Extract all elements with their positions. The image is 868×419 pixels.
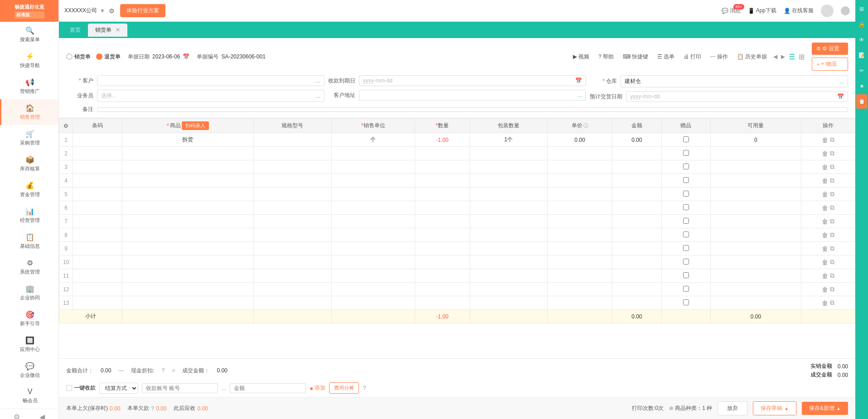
row-delete-icon-10[interactable]: 🗑: [822, 259, 828, 266]
arrears-info-icon[interactable]: ?: [151, 405, 154, 412]
row-spec-13[interactable]: [253, 296, 331, 310]
row-unit-price-2[interactable]: [548, 147, 612, 160]
row-spec-1[interactable]: [253, 133, 331, 147]
row-gift-checkbox-3[interactable]: [683, 164, 689, 169]
row-copy-icon-7[interactable]: ⧉: [830, 217, 834, 225]
online-service-btn[interactable]: 👤 在线客服: [784, 7, 814, 14]
warehouse-input[interactable]: 建材仓 ...: [621, 75, 848, 87]
add-btn[interactable]: ● 添加: [310, 384, 325, 392]
row-amount-4[interactable]: [612, 174, 661, 188]
sidebar-item-appstore[interactable]: 🔲应用中心: [0, 332, 58, 357]
row-copy-icon-1[interactable]: ⧉: [830, 136, 834, 144]
split-help-icon[interactable]: ?: [363, 385, 366, 391]
row-delete-icon-5[interactable]: 🗑: [822, 191, 828, 198]
row-unit-price-1[interactable]: 0.00: [548, 133, 612, 147]
row-gift-4[interactable]: [661, 174, 710, 188]
help-btn[interactable]: ? 帮助: [596, 52, 616, 62]
discount-info-icon[interactable]: ?: [162, 367, 165, 374]
row-unit-3[interactable]: [331, 160, 415, 174]
date-value[interactable]: 2023-06-06: [152, 53, 180, 60]
row-pack-qty-11[interactable]: [470, 269, 548, 283]
row-gift-checkbox-7[interactable]: [683, 218, 689, 224]
row-barcode-10[interactable]: [73, 255, 122, 269]
row-gift-8[interactable]: [661, 228, 710, 242]
right-panel-lock-btn[interactable]: 🔒: [856, 17, 867, 32]
number-value[interactable]: SA-20230606-001: [221, 53, 265, 60]
customer-input[interactable]: ...: [97, 75, 325, 86]
row-pack-qty-9[interactable]: [470, 242, 548, 255]
row-unit-2[interactable]: [331, 147, 415, 160]
row-unit-10[interactable]: [331, 255, 415, 269]
right-panel-note-btn[interactable]: 📝: [856, 48, 867, 63]
row-spec-11[interactable]: [253, 269, 331, 283]
right-panel-star-btn[interactable]: ★: [856, 79, 867, 93]
row-spec-9[interactable]: [253, 242, 331, 255]
row-goods-3[interactable]: [122, 160, 253, 174]
message-btn[interactable]: 💬 消息 99+: [722, 7, 741, 14]
salesperson-input[interactable]: 选择... ...: [97, 90, 325, 102]
row-gift-6[interactable]: [661, 201, 710, 215]
row-amount-9[interactable]: [612, 242, 661, 255]
account-input[interactable]: [142, 383, 218, 393]
row-gift-9[interactable]: [661, 242, 710, 255]
row-delete-icon-12[interactable]: 🗑: [822, 286, 828, 293]
right-panel-pen-btn[interactable]: ✏: [856, 63, 867, 78]
row-copy-icon-11[interactable]: ⧉: [830, 272, 834, 279]
customer-addr-input[interactable]: ...: [359, 90, 587, 101]
row-copy-icon-8[interactable]: ⧉: [830, 231, 834, 239]
prev-btn[interactable]: ◀: [773, 53, 777, 60]
row-unit-price-12[interactable]: [548, 283, 612, 296]
scan-btn[interactable]: 扫码录入: [182, 121, 209, 130]
row-delete-icon-11[interactable]: 🗑: [822, 272, 828, 279]
row-copy-icon-9[interactable]: ⧉: [830, 245, 834, 252]
row-copy-icon-12[interactable]: ⧉: [830, 285, 834, 293]
row-barcode-5[interactable]: [73, 188, 122, 201]
sidebar-item-enterprise[interactable]: 🏢企业协同: [0, 280, 58, 306]
row-delete-icon-2[interactable]: 🗑: [822, 150, 828, 157]
row-qty-5[interactable]: [415, 188, 470, 201]
row-gift-5[interactable]: [661, 188, 710, 201]
row-delete-icon-7[interactable]: 🗑: [822, 218, 828, 225]
topbar-gear-icon[interactable]: ⚙: [109, 7, 115, 14]
next-btn[interactable]: ▶: [781, 53, 785, 60]
row-qty-2[interactable]: [415, 147, 470, 160]
video-btn[interactable]: ▶ 视频: [570, 52, 592, 62]
tab-sales-order[interactable]: 销货单 ✕: [88, 24, 127, 37]
row-pack-qty-13[interactable]: [470, 296, 548, 310]
row-pack-qty-4[interactable]: [470, 174, 548, 188]
operate-btn[interactable]: ⋯ 操作: [708, 52, 731, 62]
sidebar-item-system[interactable]: ⚙系统管理: [0, 254, 58, 280]
row-gift-12[interactable]: [661, 283, 710, 296]
row-goods-7[interactable]: [122, 215, 253, 228]
row-pack-qty-7[interactable]: [470, 215, 548, 228]
row-unit-4[interactable]: [331, 174, 415, 188]
row-spec-2[interactable]: [253, 147, 331, 160]
row-goods-12[interactable]: [122, 283, 253, 296]
row-goods-4[interactable]: [122, 174, 253, 188]
row-barcode-13[interactable]: [73, 296, 122, 310]
sidebar-item-finance[interactable]: 💰资金管理: [0, 177, 58, 202]
row-gift-checkbox-5[interactable]: [683, 191, 689, 197]
row-qty-8[interactable]: [415, 228, 470, 242]
row-gift-checkbox-8[interactable]: [683, 231, 689, 237]
right-panel-expand-btn[interactable]: ⊞: [856, 2, 867, 16]
draft-btn[interactable]: 保存草稿 ▲: [753, 401, 796, 415]
row-copy-icon-5[interactable]: ⧉: [830, 190, 834, 198]
row-amount-13[interactable]: [612, 296, 661, 310]
calendar-icon[interactable]: 📅: [183, 53, 189, 60]
row-delete-icon-13[interactable]: 🗑: [822, 299, 828, 307]
shortcut-btn[interactable]: ⌨ 快捷键: [620, 52, 651, 62]
row-unit-price-10[interactable]: [548, 255, 612, 269]
user-avatar[interactable]: [821, 5, 834, 17]
row-gift-checkbox-6[interactable]: [683, 204, 689, 210]
row-qty-3[interactable]: [415, 160, 470, 174]
row-pack-qty-10[interactable]: [470, 255, 548, 269]
row-qty-7[interactable]: [415, 215, 470, 228]
row-amount-12[interactable]: [612, 283, 661, 296]
user-avatar2[interactable]: [841, 6, 850, 15]
row-amount-5[interactable]: [612, 188, 661, 201]
row-pack-qty-2[interactable]: [470, 147, 548, 160]
row-goods-13[interactable]: [122, 296, 253, 310]
split-btn[interactable]: 费用分摊: [329, 382, 359, 394]
row-goods-10[interactable]: [122, 255, 253, 269]
